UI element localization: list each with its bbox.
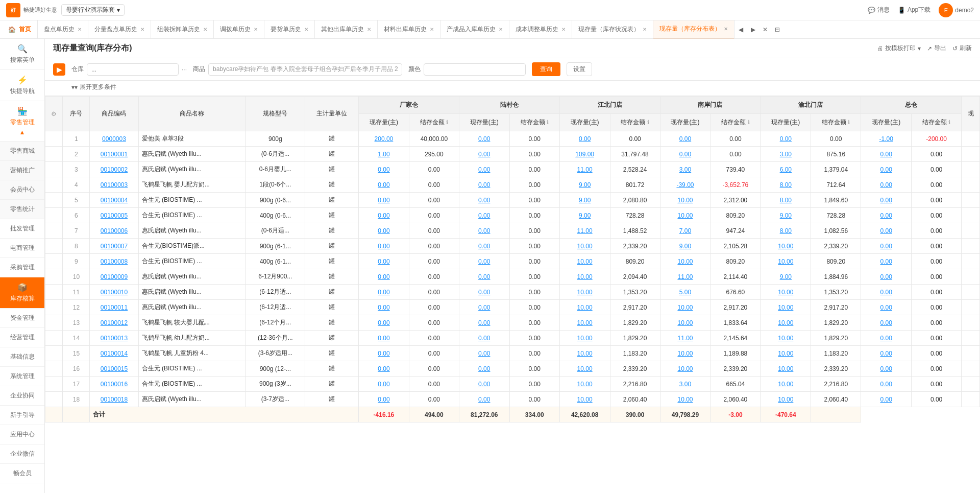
table-cell[interactable]: 1.00 [359,147,409,162]
sidebar-item-ecommerce[interactable]: 电商管理 [0,239,44,258]
table-cell[interactable]: 0.00 [459,177,509,193]
table-cell[interactable]: 11.00 [660,269,710,285]
tab-material-out-close[interactable]: ✕ [430,27,434,32]
table-cell[interactable]: 00100014 [90,346,138,361]
sidebar-item-new-guide[interactable]: 新手引导 [0,406,44,425]
tab-other-out-close[interactable]: ✕ [367,27,371,32]
table-cell[interactable]: 8.00 [761,193,811,208]
sidebar-item-enterprise-wx[interactable]: 企业微信 [0,444,44,464]
table-cell[interactable]: 0.00 [459,239,509,254]
table-cell[interactable]: 0.00 [359,208,409,223]
table-cell[interactable]: 00100006 [90,223,138,239]
table-cell[interactable]: 3.00 [660,377,710,392]
table-cell[interactable]: 10.00 [559,300,610,315]
table-cell[interactable]: 0.00 [359,269,409,285]
table-cell[interactable]: 0.00 [861,177,912,193]
refresh-btn[interactable]: ↺ 刷新 [952,44,972,53]
table-cell[interactable]: 10.00 [559,254,610,269]
table-cell[interactable]: 0.00 [459,208,509,223]
table-cell[interactable]: 0.00 [459,346,509,361]
warehouse-input[interactable] [87,63,179,76]
table-cell[interactable]: 00100009 [90,269,138,285]
table-cell[interactable]: -39.00 [660,177,710,193]
table-cell[interactable]: 0.00 [459,392,509,407]
tab-transfer-close[interactable]: ✕ [254,27,258,32]
tab-product-in[interactable]: 产成品入库单历史 ✕ [440,20,509,39]
table-cell[interactable]: 9.00 [761,269,811,285]
table-cell[interactable]: 109.00 [559,147,610,162]
table-cell[interactable]: 10.00 [761,331,811,346]
table-cell[interactable]: 11.00 [660,331,710,346]
table-cell[interactable]: -1.00 [861,131,912,147]
table-cell[interactable]: 0.00 [861,193,912,208]
table-cell[interactable]: 0.00 [359,361,409,377]
table-cell[interactable]: 0.00 [861,377,912,392]
tab-cost-adjust[interactable]: 成本调整单历史 ✕ [509,20,572,39]
table-cell[interactable]: 0.00 [459,300,509,315]
table-cell[interactable]: 10.00 [559,377,610,392]
table-cell[interactable]: 0.00 [359,254,409,269]
table-container[interactable]: ⚙ 序号 商品编码 商品名称 规格型号 主计量单位 厂家仓 陆村仓 江北门店 南… [45,96,980,493]
table-cell[interactable]: 0.00 [359,346,409,361]
table-cell[interactable]: 9.00 [660,239,710,254]
table-cell[interactable]: 6.00 [761,162,811,177]
table-cell[interactable]: 10.00 [761,392,811,407]
sidebar-item-retail-stats[interactable]: 零售统计 [0,200,44,219]
table-cell[interactable]: 8.00 [761,177,811,193]
sidebar-item-procurement[interactable]: 采购管理 [0,258,44,277]
table-cell[interactable]: 0.00 [660,147,710,162]
tab-prev-btn[interactable]: ◀ [734,20,747,39]
tab-close-all-btn[interactable]: ✕ [759,20,771,39]
tab-disassemble[interactable]: 组装拆卸单历史 ✕ [151,20,214,39]
table-cell[interactable]: 00100002 [90,162,138,177]
table-cell[interactable]: 0.00 [761,131,811,147]
table-cell[interactable]: 0.00 [459,285,509,300]
sidebar-item-enterprise[interactable]: 企业协同 [0,386,44,406]
sidebar-item-basic-info[interactable]: 基础信息 [0,347,44,367]
tab-purchase[interactable]: 要货单历史 ✕ [264,20,315,39]
table-cell[interactable]: 0.00 [861,300,912,315]
sidebar-item-member[interactable]: 会员中心 [0,180,44,200]
table-cell[interactable]: 10.00 [559,285,610,300]
table-cell[interactable]: 0.00 [861,223,912,239]
table-cell[interactable]: 0.00 [861,346,912,361]
message-btn[interactable]: 💬 消息 [868,6,890,14]
table-cell[interactable]: 10.00 [660,208,710,223]
tab-other-out[interactable]: 其他出库单历史 ✕ [315,20,378,39]
table-cell[interactable]: 0.00 [359,392,409,407]
table-cell[interactable]: 0.00 [459,254,509,269]
table-cell[interactable]: 10.00 [559,361,610,377]
table-cell[interactable]: 10.00 [660,315,710,331]
table-cell[interactable]: 8.00 [761,223,811,239]
table-cell[interactable]: 0.00 [559,131,610,147]
table-cell[interactable]: 11.00 [559,223,610,239]
table-cell[interactable]: 00100005 [90,208,138,223]
tab-category-count[interactable]: 分量盘点单历史 ✕ [88,20,151,39]
table-cell[interactable]: 10.00 [559,346,610,361]
store-selector[interactable]: 母婴行业演示陈套 ▾ [61,4,125,16]
table-cell[interactable]: 3.00 [761,147,811,162]
sidebar-item-operations[interactable]: 经营管理 [0,328,44,347]
sidebar-item-retail-mgmt[interactable]: 🏪 零售管理 ▲ [0,101,44,142]
print-btn[interactable]: 🖨 按模板打印 ▾ [877,44,921,53]
table-cell[interactable]: 10.00 [559,331,610,346]
tab-menu-btn[interactable]: ⊟ [771,20,783,39]
tab-inventory-count-close[interactable]: ✕ [78,27,82,32]
table-cell[interactable]: 0.00 [861,269,912,285]
sidebar-item-inventory[interactable]: 📦 库存核算 [0,277,44,309]
tab-product-in-close[interactable]: ✕ [499,27,503,32]
tab-stock-dist-close[interactable]: ✕ [724,26,728,32]
table-cell[interactable]: 0.00 [861,331,912,346]
table-cell[interactable]: 10.00 [761,377,811,392]
table-cell[interactable]: 0.00 [359,162,409,177]
table-cell[interactable]: 0.00 [459,162,509,177]
table-cell[interactable]: 0.00 [459,361,509,377]
table-cell[interactable]: 10.00 [660,193,710,208]
table-cell[interactable]: 0.00 [459,269,509,285]
sidebar-item-shortcut[interactable]: ⚡ 快捷导航 [0,70,44,101]
table-cell[interactable]: 0.00 [861,285,912,300]
tab-disassemble-close[interactable]: ✕ [203,27,207,32]
col-gear[interactable]: ⚙ [45,97,63,131]
table-cell[interactable]: 0.00 [861,208,912,223]
tab-stock-status[interactable]: 现存量（库存状况表） ✕ [572,20,653,39]
